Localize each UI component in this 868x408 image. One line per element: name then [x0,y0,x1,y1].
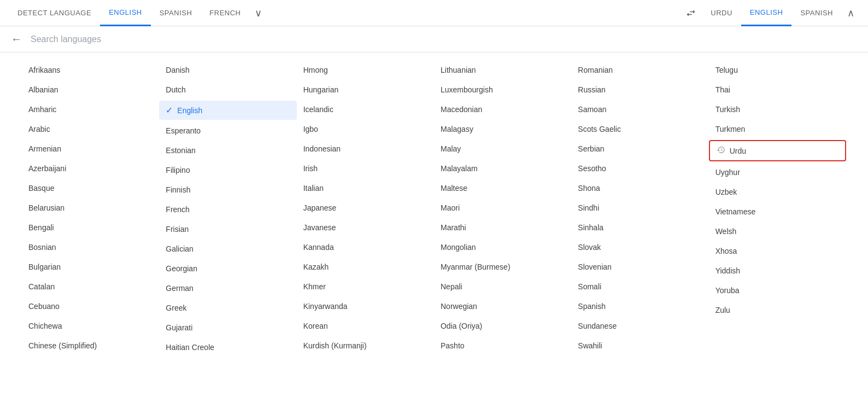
tab-french-left[interactable]: FRENCH [201,0,249,26]
lang-maltese[interactable]: Maltese [434,179,571,197]
tab-detect-language[interactable]: DETECT LANGUAGE [9,0,100,26]
lang-uzbek[interactable]: Uzbek [709,183,846,201]
lang-spanish[interactable]: Spanish [571,298,708,315]
lang-sindhi[interactable]: Sindhi [571,199,708,217]
search-input[interactable] [31,34,857,44]
lang-hmong[interactable]: Hmong [297,61,434,79]
more-target-languages-button[interactable]: ∧ [842,4,859,22]
lang-zulu[interactable]: Zulu [709,301,846,319]
lang-chichewa[interactable]: Chichewa [22,317,159,335]
lang-pashto[interactable]: Pashto [434,337,571,354]
lang-malay[interactable]: Malay [434,140,571,158]
lang-malagasy[interactable]: Malagasy [434,120,571,138]
lang-finnish[interactable]: Finnish [159,181,296,199]
lang-icelandic[interactable]: Icelandic [297,101,434,118]
lang-chinese-simplified[interactable]: Chinese (Simplified) [22,337,159,354]
lang-serbian[interactable]: Serbian [571,140,708,158]
lang-turkish[interactable]: Turkish [709,101,846,118]
lang-vietnamese[interactable]: Vietnamese [709,203,846,220]
lang-nepali[interactable]: Nepali [434,278,571,295]
lang-kannada[interactable]: Kannada [297,238,434,256]
lang-dutch[interactable]: Dutch [159,81,296,98]
lang-sundanese[interactable]: Sundanese [571,317,708,335]
lang-haitian-creole[interactable]: Haitian Creole [159,339,296,356]
tab-spanish-left[interactable]: SPANISH [151,0,201,26]
lang-frisian[interactable]: Frisian [159,220,296,238]
lang-sinhala[interactable]: Sinhala [571,219,708,236]
lang-georgian[interactable]: Georgian [159,260,296,277]
lang-estonian[interactable]: Estonian [159,142,296,159]
lang-bengali[interactable]: Bengali [22,219,159,236]
lang-afrikaans[interactable]: Afrikaans [22,61,159,79]
lang-yoruba[interactable]: Yoruba [709,282,846,299]
lang-russian[interactable]: Russian [571,81,708,98]
lang-somali[interactable]: Somali [571,278,708,295]
lang-armenian[interactable]: Armenian [22,140,159,158]
lang-thai[interactable]: Thai [709,81,846,98]
lang-khmer[interactable]: Khmer [297,278,434,295]
lang-danish[interactable]: Danish [159,61,296,79]
lang-sesotho[interactable]: Sesotho [571,160,708,177]
lang-marathi[interactable]: Marathi [434,219,571,236]
lang-catalan[interactable]: Catalan [22,278,159,295]
lang-galician[interactable]: Galician [159,240,296,258]
lang-uyghur[interactable]: Uyghur [709,164,846,181]
lang-basque[interactable]: Basque [22,179,159,197]
lang-samoan[interactable]: Samoan [571,101,708,118]
lang-welsh[interactable]: Welsh [709,223,846,240]
lang-myanmar[interactable]: Myanmar (Burmese) [434,258,571,276]
lang-german[interactable]: German [159,279,296,297]
lang-esperanto[interactable]: Esperanto [159,122,296,139]
lang-mongolian[interactable]: Mongolian [434,238,571,256]
lang-kinyarwanda[interactable]: Kinyarwanda [297,298,434,315]
lang-bosnian[interactable]: Bosnian [22,238,159,256]
tab-urdu-right[interactable]: URDU [702,0,741,26]
lang-norwegian[interactable]: Norwegian [434,298,571,315]
lang-french[interactable]: French [159,201,296,218]
lang-igbo[interactable]: Igbo [297,120,434,138]
lang-amharic[interactable]: Amharic [22,101,159,118]
lang-gujarati[interactable]: Gujarati [159,319,296,336]
back-button[interactable]: ← [11,33,22,45]
lang-bulgarian[interactable]: Bulgarian [22,258,159,276]
lang-irish[interactable]: Irish [297,160,434,177]
lang-kurdish[interactable]: Kurdish (Kurmanji) [297,337,434,354]
lang-telugu[interactable]: Telugu [709,61,846,79]
lang-greek[interactable]: Greek [159,299,296,317]
lang-xhosa[interactable]: Xhosa [709,242,846,260]
lang-romanian[interactable]: Romanian [571,61,708,79]
lang-lithuanian[interactable]: Lithuanian [434,61,571,79]
lang-urdu[interactable]: Urdu [709,140,846,161]
lang-yiddish[interactable]: Yiddish [709,262,846,279]
lang-japanese[interactable]: Japanese [297,199,434,217]
lang-slovenian[interactable]: Slovenian [571,258,708,276]
lang-belarusian[interactable]: Belarusian [22,199,159,217]
lang-macedonian[interactable]: Macedonian [434,101,571,118]
tab-english-left[interactable]: ENGLISH [100,0,151,26]
tab-spanish-right[interactable]: SPANISH [791,0,842,26]
lang-shona[interactable]: Shona [571,179,708,197]
lang-filipino[interactable]: Filipino [159,161,296,179]
lang-cebuano[interactable]: Cebuano [22,298,159,315]
lang-azerbaijani[interactable]: Azerbaijani [22,160,159,177]
lang-scots-gaelic[interactable]: Scots Gaelic [571,120,708,138]
lang-italian[interactable]: Italian [297,179,434,197]
lang-hungarian[interactable]: Hungarian [297,81,434,98]
lang-indonesian[interactable]: Indonesian [297,140,434,158]
more-source-languages-button[interactable]: ∨ [249,4,267,22]
lang-slovak[interactable]: Slovak [571,238,708,256]
lang-albanian[interactable]: Albanian [22,81,159,98]
lang-odia[interactable]: Odia (Oriya) [434,317,571,335]
lang-malayalam[interactable]: Malayalam [434,160,571,177]
lang-kazakh[interactable]: Kazakh [297,258,434,276]
tab-english-right[interactable]: ENGLISH [741,0,792,26]
lang-turkmen[interactable]: Turkmen [709,120,846,138]
lang-english[interactable]: ✓ English [159,101,296,120]
lang-arabic[interactable]: Arabic [22,120,159,138]
lang-maori[interactable]: Maori [434,199,571,217]
lang-korean[interactable]: Korean [297,317,434,335]
swap-languages-button[interactable] [680,2,702,24]
lang-javanese[interactable]: Javanese [297,219,434,236]
lang-swahili[interactable]: Swahili [571,337,708,354]
lang-luxembourgish[interactable]: Luxembourgish [434,81,571,98]
